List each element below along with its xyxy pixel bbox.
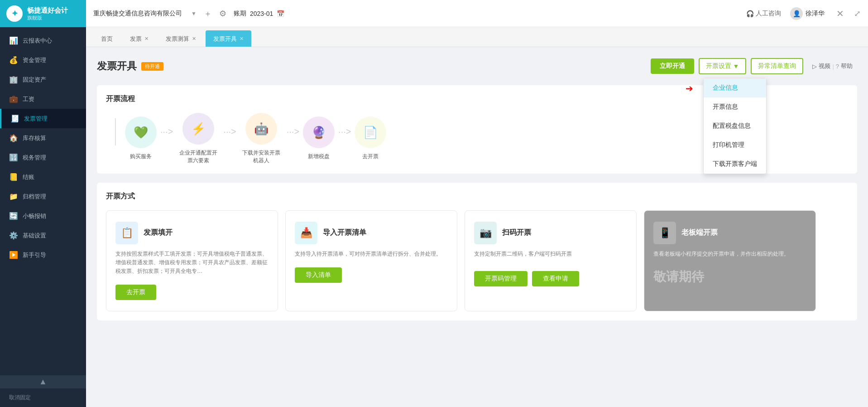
dropdown-item-company-info[interactable]: 企业信息 [704, 78, 766, 97]
calendar-icon[interactable]: 📅 [277, 10, 284, 17]
window-close-btn[interactable]: ✕ [836, 8, 844, 19]
method-icon-boss-invoice: 📱 [653, 222, 676, 244]
sidebar-item-new-guide[interactable]: ▶️ 新手引导 [0, 245, 86, 265]
method-header-import-list: 📥 导入开票清单 [295, 222, 448, 244]
page-content: 发票开具 待开通 立即开通 开票设置 ▼ 异常清单查询 ▷ 视频 | ? 帮助 [86, 47, 868, 407]
sidebar-item-archive-mgmt[interactable]: 📁 归档管理 [0, 187, 86, 206]
tab-home[interactable]: 首页 [93, 30, 120, 47]
step-label-buy-service: 购买服务 [130, 153, 152, 160]
method-title-boss-invoice: 老板端开票 [681, 228, 718, 237]
watermark-boss-invoice: 敬请期待 [653, 268, 806, 286]
sidebar-item-xiaochang[interactable]: 🔄 小畅报销 [0, 206, 86, 226]
company-dropdown-icon[interactable]: ▼ [191, 10, 197, 17]
method-card-import-list: 📥 导入开票清单 支持导入待开票清单，可对待开票清单进行拆分、合并处理。 导入清… [285, 210, 457, 312]
step-icon-add-tax: 🔮 [303, 116, 335, 148]
method-header-scan-invoice: 📷 扫码开票 [474, 222, 627, 244]
method-desc-fill-invoice: 支持按照发票样式手工填开发票；可开具增值税电子普通发票、增值税普通发票、增值税专… [115, 250, 269, 276]
method-desc-import-list: 支持导入待开票清单，可对待开票清单进行拆分、合并处理。 [295, 250, 448, 258]
sidebar-item-invoice-mgmt[interactable]: 🧾 发票管理 [0, 109, 86, 128]
sidebar-item-label: 税务管理 [23, 154, 46, 162]
step-icon-download-robot: 🤖 [245, 113, 277, 145]
period-value: 2023-01 [250, 10, 273, 17]
tax-mgmt-icon: 🔢 [9, 153, 18, 162]
user-btn[interactable]: 👤 徐泽华 [790, 7, 825, 20]
settings-icon[interactable]: ⚙ [219, 9, 226, 19]
dropdown-item-invoice-info[interactable]: 开票信息 [704, 97, 766, 116]
sidebar-scroll-up[interactable]: ▲ [0, 375, 86, 388]
xiaochang-icon: 🔄 [9, 212, 18, 220]
step-label-download-robot: 下载并安装开票机器人 [240, 149, 283, 165]
sidebar-item-label: 基础设置 [23, 232, 46, 240]
step-icon-go-invoice: 📄 [355, 116, 386, 148]
sidebar: ✦ 畅捷通好会计 旗舰版 📊 云报表中心 💰 资金管理 🏢 固定资产 💼 工资 … [0, 0, 86, 407]
question-icon: ? [836, 63, 839, 70]
payroll-icon: 💼 [9, 95, 18, 103]
method-card-fill-invoice: 📋 发票填开 支持按照发票样式手工填开发票；可开具增值税电子普通发票、增值税普通… [106, 210, 278, 312]
tab-invoice-calc[interactable]: 发票测算✕ [158, 30, 204, 47]
inventory-icon: 🏠 [9, 134, 18, 142]
flow-step-config-6: ⚡ 企业开通配置开票六要素 [177, 113, 220, 165]
sidebar-item-cloud-report[interactable]: 📊 云报表中心 [0, 31, 86, 50]
method-title-fill-invoice: 发票填开 [144, 228, 173, 237]
sidebar-item-basic-settings[interactable]: ⚙️ 基础设置 [0, 226, 86, 245]
period-display: 账期 2023-01 📅 [234, 10, 284, 18]
sidebar-item-label: 归档管理 [23, 193, 46, 201]
sidebar-item-accounting[interactable]: 📒 结账 [0, 167, 86, 187]
sidebar-cancel[interactable]: 取消固定 [0, 388, 86, 407]
tab-invoice[interactable]: 发票✕ [122, 30, 156, 47]
sidebar-nav: 📊 云报表中心 💰 资金管理 🏢 固定资产 💼 工资 🧾 发票管理 🏠 库存核算… [0, 27, 86, 375]
sidebar-item-payroll[interactable]: 💼 工资 [0, 89, 86, 109]
method-btn-import-list[interactable]: 导入清单 [295, 267, 342, 283]
dropdown-item-download-client[interactable]: 下载开票客户端 [704, 155, 766, 174]
tab-close-icon[interactable]: ✕ [240, 36, 244, 42]
activate-button[interactable]: 立即开通 [651, 58, 694, 74]
help-btn-label: 帮助 [841, 62, 853, 70]
method-cards: 📋 发票填开 支持按照发票样式手工填开发票；可开具增值税电子普通发票、增值税普通… [106, 210, 848, 312]
video-button[interactable]: ▷ 视频 | ? 帮助 [808, 59, 857, 73]
accounting-icon: 📒 [9, 173, 18, 181]
settings-chevron-icon: ▼ [733, 63, 739, 70]
tab-close-icon[interactable]: ✕ [192, 36, 196, 42]
settings-dropdown: ➔ 企业信息开票信息配置税盘信息打印机管理下载开票客户端 [703, 78, 767, 174]
period-label: 账期 [234, 10, 246, 18]
method-btn-fill-invoice[interactable]: 去开票 [115, 285, 156, 300]
page-title-area: 发票开具 待开通 [97, 59, 163, 73]
method-desc-boss-invoice: 查看老板端小程序提交的开票申请，并作出相应的处理。 [653, 250, 806, 258]
method-header-fill-invoice: 📋 发票填开 [115, 222, 269, 244]
tab-invoice-open[interactable]: 发票开具✕ [206, 30, 251, 47]
method-btn2-scan-invoice[interactable]: 查看申请 [532, 271, 579, 286]
method-btn1-scan-invoice[interactable]: 开票码管理 [474, 271, 528, 286]
page-title: 发票开具 [97, 59, 137, 73]
company-name: 重庆畅捷交通信息咨询有限公司 [93, 10, 182, 18]
sidebar-item-label: 资金管理 [23, 56, 46, 64]
settings-button[interactable]: 开票设置 ▼ [699, 58, 747, 74]
dropdown-item-printer-mgmt[interactable]: 打印机管理 [704, 136, 766, 155]
step-label-go-invoice: 去开票 [362, 153, 379, 160]
dropdown-item-tax-config[interactable]: 配置税盘信息 [704, 116, 766, 136]
help-btn[interactable]: 🎧 人工咨询 [746, 10, 781, 18]
basic-settings-icon: ⚙️ [9, 231, 18, 240]
flow-arrow-2: ···> [287, 126, 299, 137]
sidebar-item-label: 固定资产 [23, 76, 46, 84]
method-title-import-list: 导入开票清单 [323, 228, 366, 237]
method-icon-fill-invoice: 📋 [115, 222, 138, 244]
flow-step-add-tax: 🔮 新增税盘 [303, 116, 335, 160]
abnormal-button[interactable]: 异常清单查询 [751, 58, 803, 74]
flow-divider [115, 118, 116, 145]
sidebar-item-fund-mgmt[interactable]: 💰 资金管理 [0, 50, 86, 70]
sidebar-item-inventory[interactable]: 🏠 库存核算 [0, 128, 86, 148]
method-card-boss-invoice: 📱 老板端开票 查看老板端小程序提交的开票申请，并作出相应的处理。 敬请期待 [644, 210, 816, 312]
sidebar-item-label: 小畅报销 [23, 212, 46, 220]
method-icon-import-list: 📥 [295, 222, 317, 244]
add-company-icon[interactable]: ＋ [204, 8, 212, 19]
cloud-report-icon: 📊 [9, 36, 18, 45]
topbar-right: 🎧 人工咨询 👤 徐泽华 [746, 7, 825, 20]
sidebar-item-label: 新手引导 [23, 251, 46, 259]
sidebar-item-tax-mgmt[interactable]: 🔢 税务管理 [0, 148, 86, 167]
window-max-btn[interactable]: ⤢ [854, 9, 861, 19]
sidebar-item-fixed-assets[interactable]: 🏢 固定资产 [0, 70, 86, 89]
flow-arrow-0: ···> [160, 126, 173, 137]
tab-close-icon[interactable]: ✕ [144, 36, 149, 42]
method-title-scan-invoice: 扫码开票 [502, 228, 531, 237]
tabbar: 首页发票✕发票测算✕发票开具✕ [86, 27, 868, 47]
